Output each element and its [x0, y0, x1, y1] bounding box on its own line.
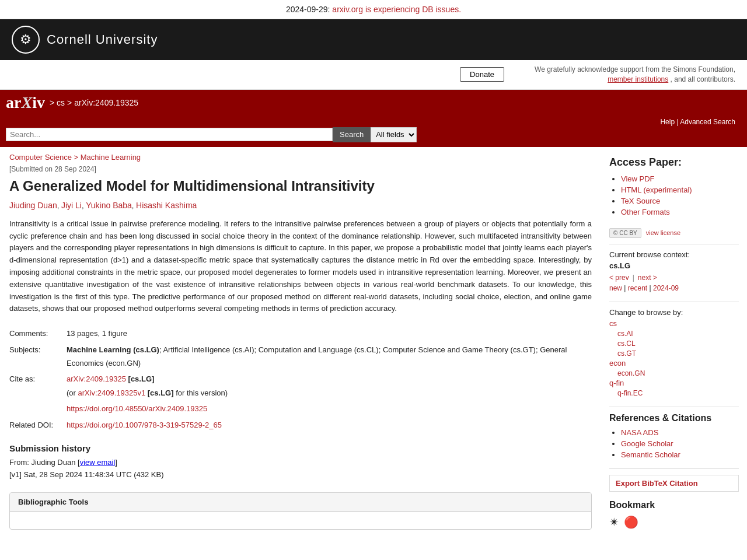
recent-link[interactable]: recent: [628, 284, 647, 292]
notice-link[interactable]: arxiv.org is experiencing DB issues.: [332, 5, 461, 14]
notice-bar: 2024-09-29: arxiv.org is experiencing DB…: [0, 0, 747, 19]
browse-context-section: Current browse context: cs.LG < prev | n…: [609, 250, 739, 292]
related-doi-link[interactable]: https://doi.org/10.1007/978-3-319-57529-…: [67, 421, 222, 429]
browse-context-label: Current browse context:: [609, 250, 739, 259]
change-browse-section: Change to browse by: cscs.AIcs.CLcs.GTec…: [609, 308, 739, 397]
tex-source-link[interactable]: TeX Source: [621, 197, 660, 205]
access-paper-title: Access Paper:: [609, 156, 739, 169]
view-license-link[interactable]: view license: [646, 229, 680, 236]
search-links: Help | Advanced Search: [6, 118, 741, 126]
other-formats-item: Other Formats: [621, 208, 739, 216]
browse-item-link-q-fin[interactable]: q-fin: [609, 379, 624, 387]
bookmark-title: Bookmark: [609, 500, 739, 510]
meta-doi-row: https://doi.org/10.48550/arXiv.2409.1932…: [9, 402, 592, 415]
author-4[interactable]: Hisashi Kashima: [136, 201, 197, 210]
cite-v1-badge: [cs.LG]: [148, 388, 174, 397]
meta-subjects-value: Machine Learning (cs.LG); Artificial Int…: [67, 343, 592, 370]
refs-citations-list: NASA ADS Google Scholar Semantic Scholar: [609, 428, 739, 459]
support-text: We gratefully acknowledge support from t…: [514, 65, 735, 85]
browse-period-links: new | recent | 2024-09: [609, 284, 739, 292]
cornell-logo: ⚙ Cornell University: [12, 26, 158, 54]
bookmark-icon-1[interactable]: ✴: [609, 515, 619, 529]
cc-icon: ©: [613, 230, 619, 236]
seal-icon: ⚙: [20, 32, 32, 47]
html-link[interactable]: HTML (experimental): [621, 186, 692, 194]
sidebar-sep-2: [609, 302, 739, 302]
meta-subjects-label: Subjects:: [9, 343, 62, 356]
browse-context-value: cs.LG: [609, 261, 739, 270]
browse-item-link-cs[interactable]: cs: [609, 319, 617, 328]
content-area: Computer Science > Machine Learning [Sub…: [0, 147, 601, 536]
view-pdf-link[interactable]: View PDF: [621, 174, 655, 183]
browse-item-econ: econ: [609, 359, 739, 368]
help-link[interactable]: Help: [660, 118, 675, 126]
donate-button[interactable]: Donate: [460, 67, 504, 82]
submission-history: Submission history From: Jiuding Duan [v…: [9, 443, 592, 481]
paper-category: Computer Science > Machine Learning: [9, 153, 592, 162]
search-input[interactable]: [6, 128, 333, 141]
paper-category-link[interactable]: Computer Science > Machine Learning: [9, 153, 141, 162]
tex-source-item: TeX Source: [621, 197, 739, 205]
cite-v1-link[interactable]: arXiv:2409.19325v1: [78, 388, 146, 397]
nasa-ads-link[interactable]: NASA ADS: [621, 428, 658, 437]
google-scholar-link[interactable]: Google Scholar: [621, 439, 673, 448]
member-institutions-link[interactable]: member institutions: [608, 75, 668, 83]
doi-link[interactable]: https://doi.org/10.48550/arXiv.2409.1932…: [67, 404, 207, 413]
breadcrumb: > cs > arXiv:2409.19325: [50, 98, 138, 107]
browse-items-list: cscs.AIcs.CLcs.GTeconecon.GNq-finq-fin.E…: [609, 319, 739, 397]
metadata-table: Comments: 13 pages, 1 figure Subjects: M…: [9, 327, 592, 432]
semantic-scholar-link[interactable]: Semantic Scholar: [621, 450, 680, 459]
access-paper-list: View PDF HTML (experimental) TeX Source …: [609, 174, 739, 216]
advanced-search-link[interactable]: Advanced Search: [680, 118, 735, 126]
cc-badge: © CC BY: [609, 228, 641, 238]
prev-link[interactable]: < prev: [609, 274, 629, 282]
new-link[interactable]: new: [609, 284, 622, 292]
meta-cite-value: arXiv:2409.19325 [cs.LG] (or arXiv:2409.…: [67, 372, 592, 400]
other-formats-link[interactable]: Other Formats: [621, 208, 670, 216]
google-scholar-item: Google Scholar: [621, 439, 739, 448]
search-fields-select[interactable]: All fields: [371, 127, 417, 142]
arxiv-nav: arXiv > cs > arXiv:2409.19325: [0, 90, 747, 116]
browse-item-link-econ.GN[interactable]: econ.GN: [617, 369, 645, 377]
main-layout: Computer Science > Machine Learning [Sub…: [0, 147, 747, 544]
donate-bar: Donate We gratefully acknowledge support…: [0, 60, 747, 90]
author-2[interactable]: Jiyi Li: [61, 201, 82, 210]
browse-item-q-fin: q-fin: [609, 379, 739, 387]
arxiv-logo-text: arXiv: [6, 93, 45, 112]
browse-item-link-q-fin.EC[interactable]: q-fin.EC: [617, 389, 643, 397]
meta-doi-label: [9, 402, 62, 415]
browse-item-link-econ[interactable]: econ: [609, 359, 626, 368]
browse-item-link-cs.GT[interactable]: cs.GT: [617, 349, 636, 358]
breadcrumb-cs[interactable]: cs: [57, 98, 65, 107]
browse-nav: < prev | next >: [609, 274, 739, 282]
submission-from: From: Jiuding Duan [view email]: [9, 457, 592, 469]
nasa-ads-item: NASA ADS: [621, 428, 739, 437]
meta-cite-row: Cite as: arXiv:2409.19325 [cs.LG] (or ar…: [9, 372, 592, 400]
browse-item-cs.CL: cs.CL: [609, 339, 739, 348]
next-link[interactable]: next >: [638, 274, 657, 282]
author-3[interactable]: Yukino Baba: [86, 201, 132, 210]
meta-comments-value: 13 pages, 1 figure: [67, 327, 592, 340]
browse-item-link-cs.CL[interactable]: cs.CL: [617, 340, 636, 348]
search-button[interactable]: Search: [333, 127, 371, 142]
export-bibtex-button[interactable]: Export BibTeX Citation: [609, 475, 739, 492]
sidebar-sep-3: [609, 407, 739, 407]
browse-item-link-cs.AI[interactable]: cs.AI: [617, 330, 633, 338]
license-area: © CC BY view license: [609, 228, 739, 238]
cite-arxiv-id-link[interactable]: arXiv:2409.19325: [67, 374, 126, 383]
meta-subjects-row: Subjects: Machine Learning (cs.LG); Arti…: [9, 343, 592, 370]
search-form: Search All fields: [6, 127, 514, 142]
submission-history-title: Submission history: [9, 443, 592, 453]
period-link[interactable]: 2024-09: [653, 284, 679, 292]
submitted-date: [Submitted on 28 Sep 2024]: [9, 165, 592, 173]
meta-comments-label: Comments:: [9, 327, 62, 340]
sidebar-sep-4: [609, 468, 739, 469]
meta-related-doi-label: Related DOI:: [9, 418, 62, 432]
arxiv-logo: arXiv: [6, 93, 45, 112]
view-email-link[interactable]: view email: [80, 458, 116, 467]
meta-comments-row: Comments: 13 pages, 1 figure: [9, 327, 592, 340]
bookmark-icon-2[interactable]: 🔴: [624, 515, 638, 529]
paper-authors: Jiuding Duan, Jiyi Li, Yukino Baba, Hisa…: [9, 201, 592, 210]
author-1[interactable]: Jiuding Duan: [9, 201, 57, 210]
bib-tools-header[interactable]: Bibliographic Tools: [10, 493, 591, 512]
